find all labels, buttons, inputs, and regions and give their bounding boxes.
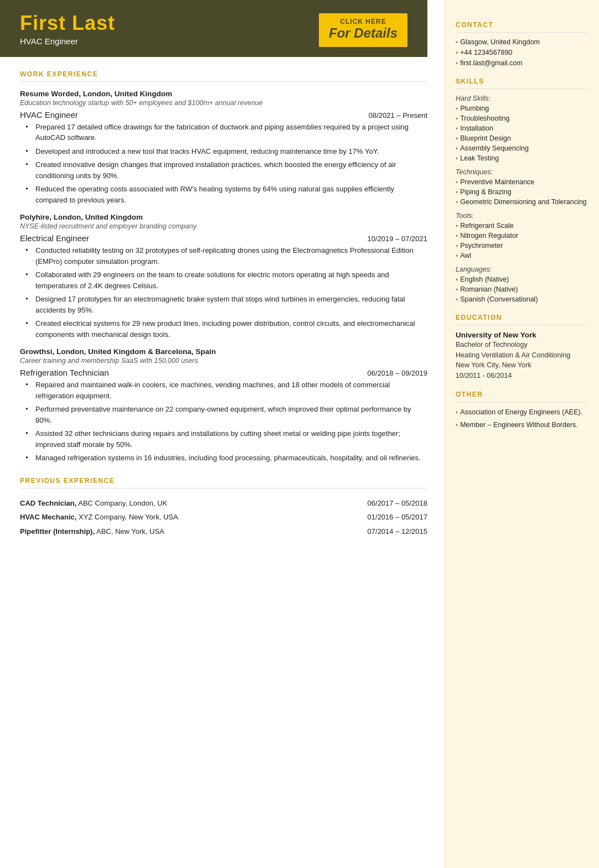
prev-exp-dates-1: 06/2017 – 05/2018 xyxy=(315,496,427,511)
bullet-icon: • xyxy=(456,179,458,186)
prev-exp-role-rest-1: ABC Company, London, UK xyxy=(76,499,167,507)
bullet-icon: • xyxy=(456,145,458,153)
prev-exp-row-1: CAD Technician, ABC Company, London, UK … xyxy=(20,496,427,511)
prev-exp-row-2: HVAC Mechanic, XYZ Company, New York, US… xyxy=(20,510,427,524)
job1-role-row: HVAC Engineer 08/2021 – Present xyxy=(20,110,427,119)
prev-exp-role-bold-2: HVAC Mechanic, xyxy=(20,513,76,521)
skill-troubleshooting: •Troubleshooting xyxy=(456,115,588,123)
bullet-icon: • xyxy=(456,115,458,123)
job2-role-row: Electrical Engineer 10/2019 – 07/2021 xyxy=(20,233,427,243)
skill-english: •English (Native) xyxy=(456,276,588,284)
bullet-icon-1: • xyxy=(456,39,458,46)
education-title: EDUCATION xyxy=(456,314,588,321)
bullet-icon: • xyxy=(456,105,458,113)
contact-divider xyxy=(456,32,588,33)
job3-bullet-1: Repaired and maintained walk-in coolers,… xyxy=(25,380,427,401)
bullet-icon: • xyxy=(456,222,458,230)
job3-dates: 06/2018 – 09/2019 xyxy=(368,369,427,377)
bullet-icon: • xyxy=(456,199,458,206)
skill-assembly: •Assembly Sequencing xyxy=(456,144,588,153)
candidate-name: First Last xyxy=(20,12,115,34)
job3-bullet-3: Assisted 32 other technicians during rep… xyxy=(25,428,427,450)
skill-awl: •Awl xyxy=(456,252,588,260)
other-divider xyxy=(456,402,588,402)
click-here-top: CLICK HERE xyxy=(329,18,397,25)
contact-item-2: • +44 1234567890 xyxy=(456,49,588,57)
edu-location: New York City, New York xyxy=(456,361,588,371)
job1-bullet-4: Reduced the operating costs associated w… xyxy=(25,184,427,205)
bullet-icon: • xyxy=(456,408,458,418)
contact-phone: +44 1234567890 xyxy=(460,49,512,56)
job2-bullet-1: Conducted reliability testing on 32 prot… xyxy=(25,245,427,267)
skills-divider xyxy=(456,89,588,89)
skill-installation: •Installation xyxy=(456,124,588,133)
skill-prev-maint: •Preventive Maintenance xyxy=(456,178,588,186)
prev-exp-role-rest-2: XYZ Company, New York, USA xyxy=(76,513,178,521)
job1-bullet-3: Created innovative design changes that i… xyxy=(25,159,427,181)
header-area: First Last HVAC Engineer CLICK HERE For … xyxy=(0,0,427,57)
prev-exp-role-bold-1: CAD Technician, xyxy=(20,499,76,507)
contact-email: first.last@gmail.com xyxy=(460,59,523,67)
job3-bullets: Repaired and maintained walk-in coolers,… xyxy=(20,380,427,464)
edu-school: University of New York xyxy=(456,331,588,339)
job1-bullet-1: Prepared 17 detailed office drawings for… xyxy=(25,122,427,143)
job1-bullets: Prepared 17 detailed office drawings for… xyxy=(20,122,427,206)
bullet-icon-2: • xyxy=(456,49,458,57)
job2-bullets: Conducted reliability testing on 32 prot… xyxy=(20,245,427,340)
job2-company-header: Polyhire, London, United Kingdom xyxy=(20,213,427,221)
contact-title: CONTACT xyxy=(456,21,588,29)
job3-role: Refrigeration Technician xyxy=(20,368,109,377)
contact-location: Glasgow, United Kingdom xyxy=(460,38,540,46)
other-text-1: Association of Energy Engineers (AEE). xyxy=(460,408,582,418)
work-experience-title: WORK EXPERIENCE xyxy=(20,70,427,78)
job2-bullet-4: Created electrical systems for 29 new pr… xyxy=(25,318,427,340)
job1-company-desc: Education technology startup with 50+ em… xyxy=(20,99,427,107)
prev-exp-dates-3: 07/2014 – 12/2015 xyxy=(315,524,427,539)
bullet-icon: • xyxy=(456,286,458,294)
edu-dates: 10/2011 - 06/2014 xyxy=(456,371,588,381)
prev-exp-role-2: HVAC Mechanic, XYZ Company, New York, US… xyxy=(20,510,315,524)
other-item-1: • Association of Energy Engineers (AEE). xyxy=(456,408,588,418)
tools-label: Tools: xyxy=(456,212,588,220)
job1-company-name: Resume Worded, London, United Kingdom xyxy=(20,90,172,98)
job2-company-bold: Polyhire, xyxy=(20,213,51,221)
bullet-icon: • xyxy=(456,421,458,430)
job3-company-name: Growthsi, London, United Kingdom & Barce… xyxy=(20,347,216,356)
job3-company-desc: Career training and membership SaaS with… xyxy=(20,357,427,365)
languages-label: Languages: xyxy=(456,266,588,273)
candidate-job-title: HVAC Engineer xyxy=(20,37,115,46)
contact-item-3: • first.last@gmail.com xyxy=(456,59,588,67)
prev-exp-divider xyxy=(20,488,427,488)
bullet-icon: • xyxy=(456,296,458,304)
job1-company-bold: Resume Worded, xyxy=(20,90,81,98)
other-text-2: Member – Engineers Without Borders. xyxy=(460,420,578,430)
other-item-2: • Member – Engineers Without Borders. xyxy=(456,420,588,430)
job3-company-header: Growthsi, London, United Kingdom & Barce… xyxy=(20,347,427,356)
hard-skills-label: Hard Skills: xyxy=(456,95,588,102)
name-title-area: First Last HVAC Engineer xyxy=(20,12,115,46)
bullet-icon: • xyxy=(456,242,458,250)
job1-role: HVAC Engineer xyxy=(20,110,78,119)
prev-exp-dates-2: 01/2016 – 05/2017 xyxy=(315,510,427,524)
prev-exp-role-rest-3: ABC, New York, USA xyxy=(95,527,164,536)
skill-romanian: •Romanian (Native) xyxy=(456,285,588,294)
prev-exp-role-bold-3: Pipefitter (Internship), xyxy=(20,527,95,536)
education-divider xyxy=(456,325,588,325)
skill-spanish: •Spanish (Conversational) xyxy=(456,295,588,304)
bullet-icon-3: • xyxy=(456,60,458,67)
job1-company-rest: London, United Kingdom xyxy=(81,90,172,98)
prev-exp-table: CAD Technician, ABC Company, London, UK … xyxy=(20,496,427,539)
bullet-icon: • xyxy=(456,276,458,284)
job3-company-bold: Growthsi, xyxy=(20,347,54,356)
prev-exp-title: PREVIOUS EXPERIENCE xyxy=(20,477,427,485)
contact-item-1: • Glasgow, United Kingdom xyxy=(456,38,588,46)
left-column: First Last HVAC Engineer CLICK HERE For … xyxy=(0,0,444,868)
job1-bullet-2: Developed and introduced a new tool that… xyxy=(25,146,427,157)
click-here-box[interactable]: CLICK HERE For Details xyxy=(319,13,407,47)
edu-degree: Bachelor of Technology xyxy=(456,340,588,350)
job2-company-desc: NYSE-listed recruitment and employer bra… xyxy=(20,222,427,230)
skill-nitrogen: •Nitrogen Regulator xyxy=(456,232,588,240)
bullet-icon: • xyxy=(456,232,458,240)
right-column: CONTACT • Glasgow, United Kingdom • +44 … xyxy=(444,0,599,868)
skill-refrigerant: •Refrigerant Scale xyxy=(456,222,588,230)
